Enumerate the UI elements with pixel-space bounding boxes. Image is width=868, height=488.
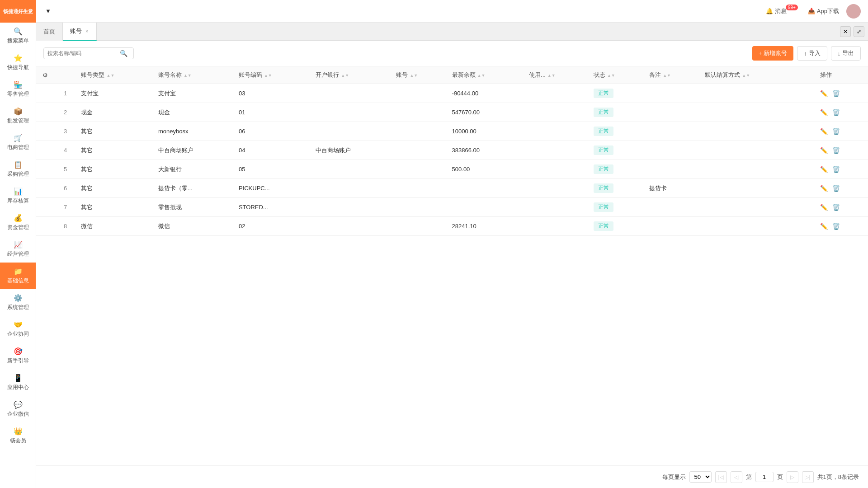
message-button[interactable]: 🔔 消息 99+ — [766, 7, 801, 15]
cell-usage — [524, 84, 589, 103]
app-download-button[interactable]: 📥 App下载 — [808, 7, 839, 15]
last-page-button[interactable]: ▷| — [802, 471, 814, 483]
user-avatar[interactable] — [846, 4, 861, 19]
search-icon[interactable]: 🔍 — [120, 50, 127, 57]
sidebar-nav: 🔍 搜索菜单 ⭐ 快捷导航 🏪 零售管理 📦 批发管理 🛒 电商管理 📋 采购管… — [0, 23, 36, 488]
page-label: 第 — [746, 473, 752, 481]
cell-usage — [524, 141, 589, 160]
sidebar-item-search-menu[interactable]: 🔍 搜索菜单 — [0, 23, 36, 49]
search-box[interactable]: 🔍 — [43, 47, 134, 59]
edit-icon[interactable]: ✏️ — [820, 128, 828, 135]
prev-page-button[interactable]: ◁ — [731, 471, 742, 483]
tab-close-window-btn[interactable]: ✕ — [840, 26, 851, 37]
settings-icon[interactable]: ⚙ — [42, 72, 48, 79]
delete-icon[interactable]: 🗑️ — [832, 128, 840, 135]
col-num — [54, 66, 76, 84]
col-balance[interactable]: 最新余额▲▼ — [448, 66, 524, 84]
total-records-label: 共1页，8条记录 — [817, 473, 859, 481]
col-notes[interactable]: 备注▲▼ — [645, 66, 700, 84]
col-usage[interactable]: 使用...▲▼ — [524, 66, 589, 84]
action-icons: ✏️ 🗑️ — [820, 147, 863, 154]
status-badge: 正常 — [594, 89, 613, 98]
cell-notes — [645, 217, 700, 236]
delete-icon[interactable]: 🗑️ — [832, 204, 840, 211]
export-button[interactable]: ↓ 导出 — [831, 46, 861, 61]
expand-icon: ⤢ — [857, 28, 861, 35]
dropdown-arrow-icon: ▼ — [45, 8, 51, 14]
status-badge: 正常 — [594, 145, 613, 155]
first-page-icon: |◁ — [718, 474, 723, 480]
store-dropdown[interactable]: ▼ — [43, 8, 51, 14]
edit-icon[interactable]: ✏️ — [820, 223, 828, 230]
table-row: 5 其它 大新银行 05 500.00 正常 ✏️ 🗑️ — [36, 160, 868, 179]
sidebar-item-shortcuts[interactable]: ⭐ 快捷导航 — [0, 49, 36, 76]
edit-icon[interactable]: ✏️ — [820, 90, 828, 97]
delete-icon[interactable]: 🗑️ — [832, 109, 840, 116]
edit-icon[interactable]: ✏️ — [820, 109, 828, 116]
next-page-button[interactable]: ▷ — [787, 471, 798, 483]
header-right: 🔔 消息 99+ 📥 App下载 — [766, 4, 861, 19]
first-page-button[interactable]: |◁ — [715, 471, 727, 483]
search-input[interactable] — [47, 50, 120, 56]
cell-gear — [36, 217, 54, 236]
col-bank[interactable]: 开户银行▲▼ — [311, 66, 392, 84]
page-input[interactable] — [755, 472, 774, 482]
cell-status: 正常 — [589, 141, 645, 160]
sidebar-item-ecommerce[interactable]: 🛒 电商管理 — [0, 129, 36, 156]
tab-account[interactable]: 账号 × — [63, 23, 97, 41]
sidebar-item-system[interactable]: ⚙️ 系统管理 — [0, 289, 36, 316]
sidebar-item-guide[interactable]: 🎯 新手引导 — [0, 343, 36, 369]
col-type[interactable]: 账号类型▲▼ — [76, 66, 153, 84]
tab-home[interactable]: 首页 — [36, 23, 63, 41]
cell-actions: ✏️ 🗑️ — [816, 84, 868, 103]
col-code[interactable]: 账号编码▲▼ — [234, 66, 311, 84]
tab-expand-btn[interactable]: ⤢ — [854, 26, 864, 37]
col-account[interactable]: 账号▲▼ — [392, 66, 447, 84]
cell-notes: 提货卡 — [645, 179, 700, 198]
cell-status: 正常 — [589, 217, 645, 236]
accounts-table: ⚙ 账号类型▲▼ 账号名称▲▼ 账号编码▲▼ 开户银行 — [36, 66, 868, 236]
delete-icon[interactable]: 🗑️ — [832, 90, 840, 97]
cell-status: 正常 — [589, 84, 645, 103]
edit-icon[interactable]: ✏️ — [820, 147, 828, 154]
page-size-select[interactable]: 50 — [689, 471, 712, 483]
status-badge: 正常 — [594, 183, 613, 193]
import-button[interactable]: ↑ 导入 — [797, 46, 827, 61]
delete-icon[interactable]: 🗑️ — [832, 147, 840, 154]
edit-icon[interactable]: ✏️ — [820, 166, 828, 173]
sidebar-item-appcenter[interactable]: 📱 应用中心 — [0, 369, 36, 396]
cell-account — [392, 122, 447, 141]
sort-settlement-icon: ▲▼ — [742, 73, 750, 78]
sort-usage-icon: ▲▼ — [547, 73, 556, 78]
sidebar-item-basic-info[interactable]: 📁 基础信息 — [0, 263, 36, 289]
status-badge: 正常 — [594, 127, 613, 136]
sidebar-item-inventory[interactable]: 📊 库存核算 — [0, 183, 36, 209]
col-gear: ⚙ — [36, 66, 54, 84]
delete-icon[interactable]: 🗑️ — [832, 185, 840, 192]
cell-actions: ✏️ 🗑️ — [816, 141, 868, 160]
sidebar-item-enterprise[interactable]: 🤝 企业协同 — [0, 316, 36, 343]
sort-code-icon: ▲▼ — [264, 73, 272, 78]
delete-icon[interactable]: 🗑️ — [832, 223, 840, 230]
col-settlement[interactable]: 默认结算方式▲▼ — [700, 66, 815, 84]
app-logo: 畅捷通好生意 — [0, 0, 36, 23]
sidebar-item-wechat[interactable]: 💬 企业微信 — [0, 396, 36, 422]
cell-name: 中百商场账户 — [154, 141, 234, 160]
delete-icon[interactable]: 🗑️ — [832, 166, 840, 173]
sidebar-item-retail[interactable]: 🏪 零售管理 — [0, 76, 36, 103]
sidebar-item-wholesale[interactable]: 📦 批发管理 — [0, 103, 36, 129]
col-name[interactable]: 账号名称▲▼ — [154, 66, 234, 84]
sidebar-item-member[interactable]: 👑 畅会员 — [0, 422, 36, 449]
cell-usage — [524, 179, 589, 198]
edit-icon[interactable]: ✏️ — [820, 185, 828, 192]
sidebar-item-operations[interactable]: 📈 经营管理 — [0, 236, 36, 263]
cell-balance — [448, 198, 524, 217]
new-account-button[interactable]: + 新增账号 — [752, 46, 793, 61]
cell-code: 05 — [234, 160, 311, 179]
new-account-label: + 新增账号 — [759, 49, 787, 57]
sidebar-item-finance[interactable]: 💰 资金管理 — [0, 209, 36, 236]
col-status[interactable]: 状态▲▼ — [589, 66, 645, 84]
sidebar-item-purchase[interactable]: 📋 采购管理 — [0, 156, 36, 183]
tab-close-icon[interactable]: × — [85, 28, 89, 34]
edit-icon[interactable]: ✏️ — [820, 204, 828, 211]
